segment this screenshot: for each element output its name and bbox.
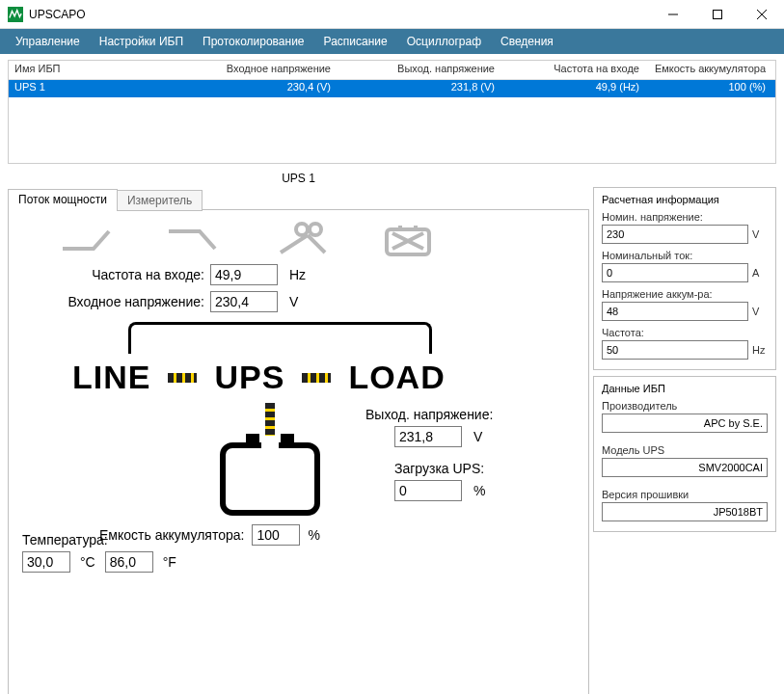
cell-vin: 230,4 (V): [173, 80, 337, 97]
col-name[interactable]: Имя ИБП: [9, 61, 173, 79]
batt-v-label: Напряжение аккум-ра:: [602, 288, 768, 300]
tab-meter[interactable]: Измеритель: [117, 190, 203, 211]
menu-ups-settings[interactable]: Настройки ИБП: [90, 29, 193, 54]
panel-ups-data-title: Данные ИБП: [602, 383, 768, 394]
ups-list-row[interactable]: UPS 1 230,4 (V) 231,8 (V) 49,9 (Hz) 100 …: [9, 80, 775, 97]
col-freq[interactable]: Частота на входе: [500, 61, 645, 79]
batt-cap-unit: %: [308, 527, 319, 543]
freq-label: Частота:: [602, 327, 768, 338]
batt-v-unit: V: [752, 306, 768, 317]
fw-label: Версия прошивки: [602, 489, 768, 500]
vin-unit: V: [289, 294, 298, 309]
input-drop-icon: [167, 220, 225, 258]
ups-list-header: Имя ИБП Входное напряжение Выход. напряж…: [9, 61, 775, 80]
load-label: Загрузка UPS:: [365, 461, 493, 476]
input-normal-icon: [61, 220, 119, 258]
battery-icon: [217, 432, 323, 519]
panel-calc-info: Расчетная информация Номин. напряжение: …: [593, 187, 776, 370]
fw-value: JP5018BT: [602, 502, 768, 521]
mfr-value: APC by S.E.: [602, 414, 768, 433]
tab-body-flow: Частота на входе: 49,9 Hz Входное напряж…: [8, 209, 589, 694]
panel-calc-title: Расчетная информация: [602, 194, 768, 205]
menu-oscilloscope[interactable]: Осциллограф: [397, 29, 491, 54]
cell-batt: 100 (%): [645, 80, 775, 97]
load-value: 0: [394, 480, 462, 501]
panel-ups-data: Данные ИБП Производитель APC by S.E. Мод…: [593, 376, 776, 532]
svg-rect-12: [246, 434, 259, 447]
flow-diagram: LINE UPS LOAD Выход. напряжение: [22, 322, 575, 553]
cell-name: UPS 1: [9, 80, 173, 97]
flow-node-line: LINE: [72, 359, 150, 396]
menu-management[interactable]: Управление: [6, 29, 90, 54]
batt-cap-value: 100: [252, 524, 300, 546]
section-title: UPS 1: [8, 172, 589, 185]
load-unit: %: [473, 483, 485, 498]
freq-in-label: Частота на входе:: [22, 267, 210, 282]
batt-cap-label: Емкость аккумулятора:: [99, 527, 244, 543]
col-vin[interactable]: Входное напряжение: [173, 61, 337, 79]
nom-v-label: Номин. напряжение:: [602, 211, 768, 223]
flow-node-load: LOAD: [348, 359, 445, 396]
svg-rect-11: [223, 445, 317, 513]
app-title: UPSCAPO: [29, 8, 86, 21]
svg-point-4: [296, 224, 308, 235]
col-vout[interactable]: Выход. напряжение: [337, 61, 500, 79]
model-value: SMV2000CAI: [602, 458, 768, 477]
flow-arrow-down-icon: [265, 403, 275, 436]
overload-icon: [273, 220, 331, 258]
vout-label: Выход. напряжение:: [365, 407, 493, 422]
menubar: Управление Настройки ИБП Протоколировани…: [0, 29, 784, 54]
tabs: Поток мощности Измеритель: [8, 189, 589, 210]
menu-about[interactable]: Сведения: [491, 29, 563, 54]
flow-arrow-icon: [168, 373, 197, 383]
nom-i-label: Номинальный ток:: [602, 250, 768, 261]
svg-point-5: [310, 224, 321, 235]
app-icon: [8, 7, 23, 22]
freq-in-value: 49,9: [210, 264, 278, 285]
maximize-button[interactable]: [695, 0, 740, 29]
vout-unit: V: [473, 429, 482, 444]
tab-flow[interactable]: Поток мощности: [8, 189, 118, 210]
status-icons: [22, 220, 575, 258]
nom-v-value: 230: [602, 225, 748, 244]
menu-logging[interactable]: Протоколирование: [193, 29, 314, 54]
freq-value: 50: [602, 340, 748, 360]
flow-node-ups: UPS: [214, 359, 284, 396]
temp-f-value: 86,0: [105, 551, 153, 573]
minimize-button[interactable]: [651, 0, 695, 29]
temp-f-unit: °F: [163, 554, 176, 570]
batt-v-value: 48: [602, 302, 748, 321]
vin-value: 230,4: [210, 291, 278, 312]
freq-unit: Hz: [752, 344, 768, 356]
svg-rect-14: [261, 441, 279, 453]
svg-rect-13: [281, 434, 294, 447]
nom-i-value: 0: [602, 263, 748, 282]
mfr-label: Производитель: [602, 400, 768, 412]
battery-fault-icon: [379, 220, 437, 258]
svg-rect-1: [714, 10, 722, 18]
cell-freq: 49,9 (Hz): [500, 80, 645, 97]
titlebar: UPSCAPO: [0, 0, 784, 29]
ups-list: Имя ИБП Входное напряжение Выход. напряж…: [8, 60, 776, 164]
bypass-bracket-icon: [128, 322, 432, 354]
temp-c-unit: °C: [80, 554, 95, 570]
vin-label: Входное напряжение:: [22, 294, 210, 309]
nom-v-unit: V: [752, 228, 768, 240]
col-batt[interactable]: Емкость аккумулятора: [645, 61, 775, 79]
nom-i-unit: A: [752, 267, 768, 279]
close-button[interactable]: [740, 0, 784, 29]
temp-c-value: 30,0: [22, 551, 70, 573]
vout-value: 231,8: [394, 426, 462, 447]
model-label: Модель UPS: [602, 444, 768, 456]
flow-arrow-icon: [302, 373, 331, 383]
freq-in-unit: Hz: [289, 267, 306, 282]
menu-schedule[interactable]: Расписание: [314, 29, 397, 54]
cell-vout: 231,8 (V): [337, 80, 500, 97]
